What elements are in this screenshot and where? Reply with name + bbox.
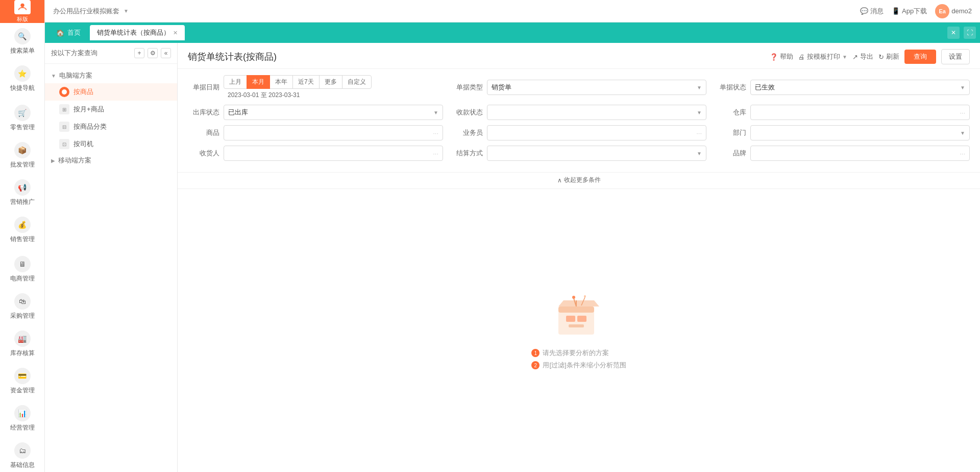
sidebar-item-marketing[interactable]: 📢 营销推广 [0,174,45,211]
doc-status-select[interactable]: 已生效 ▼ [750,80,970,95]
step-1-text: 请先选择要分析的方案 [543,348,609,358]
query-button[interactable]: 查询 [904,50,936,64]
tree-item-by-cashier[interactable]: ⊡ 按司机 [45,135,177,153]
wholesale-icon: 📦 [14,142,31,158]
empty-illustration [548,291,609,342]
tab-bar-actions: ✕ ⛶ [947,27,976,39]
svg-rect-3 [558,306,594,313]
refresh-link[interactable]: ↻ 刷新 [878,52,899,61]
shortcuts-icon: ⭐ [14,65,31,82]
salesperson-dots[interactable]: ··· [696,129,702,137]
sidebar-item-ecommerce[interactable]: 🖥 电商管理 [0,251,45,288]
user-profile[interactable]: Ea demo2 [935,4,972,18]
tab-sales-stats[interactable]: 销货单统计表（按商品） ✕ [90,25,185,40]
sidebar-item-basic[interactable]: 🗂 基础信息 [0,437,45,472]
panel-actions: + ⚙ « [134,48,171,58]
message-btn[interactable]: 💬 消息 [860,7,884,16]
sidebar-item-retail[interactable]: 🛒 零售管理 [0,100,45,137]
warehouse-input[interactable]: ··· [750,105,970,120]
sidebar-item-finance[interactable]: 💳 资金管理 [0,363,45,400]
app-download-label: App下载 [902,7,927,16]
consignee-input[interactable]: ··· [224,146,443,161]
panel-settings-btn[interactable]: ⚙ [148,48,158,58]
product-label: 商品 [188,128,224,137]
date-filter: 上月 本月 本年 近7天 更多 自定义 [224,75,443,89]
logo-icon [14,0,31,14]
print-link[interactable]: 🖨 按模板打印 ▼ [798,52,847,61]
date-btn-this-month[interactable]: 本月 [247,75,270,89]
settings-button[interactable]: 设置 [941,49,970,64]
tab-sales-label: 销货单统计表（按商品） [97,28,170,37]
operations-icon: 📊 [14,405,31,421]
doc-type-select[interactable]: 销货单 ▼ [487,80,706,95]
empty-step-1: 1 请先选择要分析的方案 [531,348,626,358]
sidebar-label-sales: 销售管理 [10,235,35,244]
empty-steps: 1 请先选择要分析的方案 2 用[过滤]条件来缩小分析范围 [531,348,626,370]
print-label: 按模板打印 [807,52,840,61]
tree-category-mobile[interactable]: ▶ 移动端方案 [45,153,177,168]
page-header: 销货单统计表(按商品) ❓ 帮助 🖨 按模板打印 ▼ ↗ 导出 [178,43,980,69]
sidebar-item-search[interactable]: 🔍 搜索菜单 [0,23,45,60]
app-download-btn[interactable]: 📱 App下载 [892,7,927,16]
tab-close-all-btn[interactable]: ✕ [947,27,960,39]
product-filter-cell: 商品 ··· [188,125,443,140]
app-logo: 标版 [0,0,45,23]
main-area: 办公用品行业模拟账套 ▼ 💬 消息 📱 App下载 Ea demo2 🏠 首页 … [45,0,980,472]
sidebar-item-sales[interactable]: 💰 销售管理 [0,211,45,249]
sidebar-label-search: 搜索菜单 [10,46,35,55]
panel-collapse-btn[interactable]: « [161,48,171,58]
industry-label: 办公用品行业模拟账套 [53,7,119,16]
date-btn-custom[interactable]: 自定义 [342,75,372,89]
warehouse-dots[interactable]: ··· [960,109,965,116]
svg-point-1 [62,89,67,95]
out-status-select[interactable]: 已出库 ▼ [224,105,443,120]
consignee-filter-cell: 收货人 ··· [188,146,443,161]
tree-item-by-product[interactable]: 按商品 [45,83,177,101]
help-link[interactable]: ❓ 帮助 [770,52,793,61]
out-status-filter-cell: 出库状态 已出库 ▼ [188,105,443,120]
tree-item-by-product-label: 按商品 [74,87,93,97]
sidebar-item-operations[interactable]: 📊 经营管理 [0,400,45,437]
date-label: 单据日期 [188,83,224,92]
date-btn-last-month[interactable]: 上月 [224,75,247,89]
header-left: 办公用品行业模拟账套 ▼ [53,7,129,16]
marketing-icon: 📢 [14,179,31,196]
product-input[interactable]: ··· [224,125,443,140]
tab-close-btn[interactable]: ✕ [173,30,178,36]
sidebar-label-operations: 经营管理 [10,423,35,432]
sidebar-label-basic: 基础信息 [10,461,35,469]
sidebar-item-wholesale[interactable]: 📦 批发管理 [0,137,45,174]
tree-category-desktop[interactable]: ▼ 电脑端方案 [45,68,177,83]
collapse-bar[interactable]: ∧ 收起更多条件 [178,173,980,189]
month-product-icon: ⊞ [59,104,69,114]
tab-home[interactable]: 🏠 首页 [49,25,88,40]
date-filter-cell: 单据日期 上月 本月 本年 近7天 更多 自定义 2023-03-01 至 20… [188,75,443,100]
print-arrow: ▼ [842,54,847,60]
sidebar-item-inventory[interactable]: 🏭 库存核算 [0,325,45,363]
date-btn-this-year[interactable]: 本年 [270,75,293,89]
department-arrow: ▼ [960,130,965,136]
panel-add-btn[interactable]: + [134,48,144,58]
doc-status-value: 已生效 [755,83,775,92]
collapse-up-icon: ∧ [557,177,562,184]
tab-fullscreen-btn[interactable]: ⛶ [964,27,976,39]
brand-dots[interactable]: ··· [960,150,965,157]
tree-item-by-month-product[interactable]: ⊞ 按月+商品 [45,101,177,118]
salesperson-input[interactable]: ··· [487,125,706,140]
date-btn-7days[interactable]: 近7天 [292,75,320,89]
finance-icon: 💳 [14,368,31,384]
consignee-dots[interactable]: ··· [433,150,438,157]
doc-status-filter-cell: 单据状态 已生效 ▼ [715,75,970,100]
date-btn-more[interactable]: 更多 [319,75,342,89]
payment-method-filter-cell: 结算方式 ▼ [451,146,706,161]
tree-item-by-category[interactable]: ⊟ 按商品分类 [45,118,177,135]
sidebar-item-purchase[interactable]: 🛍 采购管理 [0,288,45,325]
department-select[interactable]: ▼ [750,125,970,140]
sidebar-item-shortcuts[interactable]: ⭐ 快捷导航 [0,60,45,98]
product-dots[interactable]: ··· [433,129,438,137]
payment-status-select[interactable]: ▼ [487,105,706,120]
export-link[interactable]: ↗ 导出 [852,52,873,61]
payment-method-select[interactable]: ▼ [487,146,706,161]
brand-input[interactable]: ··· [750,146,970,161]
industry-dropdown-arrow[interactable]: ▼ [124,8,129,14]
